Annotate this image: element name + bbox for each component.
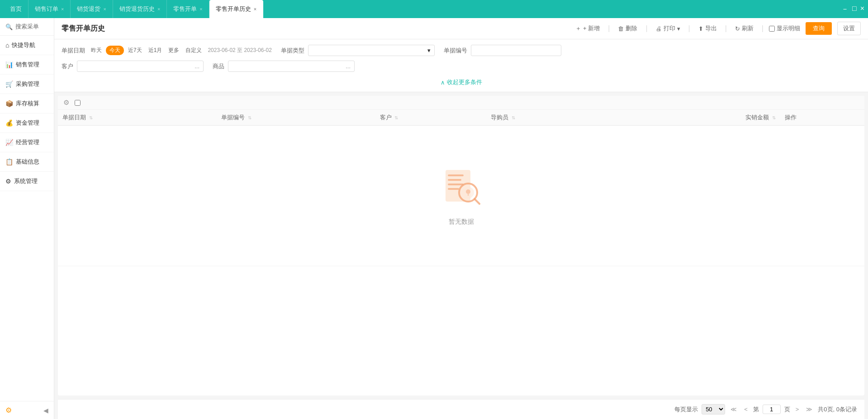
close-tab-sales-return[interactable]: × <box>103 6 106 12</box>
goods-ellipsis-icon[interactable]: ... <box>346 63 351 70</box>
sort-salesperson-icon[interactable]: ⇅ <box>512 115 515 120</box>
window-controls: － □ × <box>841 5 864 14</box>
close-tab-retail-open-history[interactable]: × <box>254 6 256 12</box>
date-btn-more[interactable]: 更多 <box>166 46 181 55</box>
svg-rect-3 <box>448 184 464 185</box>
minimize-button[interactable]: － <box>841 5 849 14</box>
svg-rect-1 <box>448 174 464 176</box>
doc-no-input[interactable] <box>471 45 561 56</box>
system-icon: ⚙ <box>5 178 11 185</box>
tab-bar: 首页 销售订单 × 销货退货 × 销货退货历史 × 零售开单 × 零售开单历史 … <box>4 0 838 18</box>
goods-input[interactable]: ... <box>228 61 355 72</box>
tab-sales-return[interactable]: 销货退货 × <box>71 0 113 18</box>
close-tab-sales-return-history[interactable]: × <box>157 6 160 12</box>
date-btn-7days[interactable]: 近7天 <box>126 46 144 55</box>
print-dropdown-icon[interactable]: ▾ <box>677 25 680 32</box>
date-btn-custom[interactable]: 自定义 <box>183 46 204 55</box>
empty-svg <box>439 165 484 211</box>
sort-date-icon[interactable]: ⇅ <box>89 115 93 120</box>
query-button[interactable]: 查询 <box>806 22 832 35</box>
sidebar-item-inventory[interactable]: 📦 库存核算 <box>0 94 54 113</box>
doc-type-label: 单据类型 <box>281 47 304 55</box>
sidebar-item-finance[interactable]: 💰 资金管理 <box>0 113 54 133</box>
data-table: 单据日期 ⇅ 单据编号 ⇅ 客户 ⇅ 导购员 ⇅ <box>58 110 864 266</box>
sidebar-item-label: 经营管理 <box>16 138 39 146</box>
date-btn-1month[interactable]: 近1月 <box>146 46 165 55</box>
sidebar-item-basic-info[interactable]: 📋 基础信息 <box>0 152 54 172</box>
select-all-checkbox[interactable] <box>75 100 81 106</box>
empty-state-cell: 暂无数据 <box>58 126 864 266</box>
doc-type-filter: 单据类型 ▾ <box>281 45 435 56</box>
search-icon: 🔍 <box>5 24 13 30</box>
top-bar: 首页 销售订单 × 销货退货 × 销货退货历史 × 零售开单 × 零售开单历史 … <box>0 0 868 18</box>
date-btn-yesterday[interactable]: 昨天 <box>89 46 104 55</box>
divider: | <box>608 24 610 33</box>
delete-button[interactable]: 🗑 删除 <box>615 23 640 34</box>
first-page-button[interactable]: ≪ <box>729 405 739 414</box>
sidebar-item-operations[interactable]: 📈 经营管理 <box>0 133 54 152</box>
next-page-button[interactable]: > <box>794 405 801 414</box>
table-wrapper: ⚙ 单据日期 ⇅ 单据编号 ⇅ 客户 <box>58 96 864 395</box>
dropdown-arrow-icon: ▾ <box>427 47 431 54</box>
maximize-button[interactable]: □ <box>852 5 857 14</box>
print-button[interactable]: 🖨 打印 ▾ <box>653 23 683 34</box>
empty-state: 暂无数据 <box>62 129 860 262</box>
date-options: 昨天 今天 近7天 近1月 更多 自定义 <box>89 46 204 55</box>
purchase-icon: 🛒 <box>5 80 13 88</box>
sidebar-item-purchase-mgmt[interactable]: 🛒 采购管理 <box>0 75 54 94</box>
date-label: 单据日期 <box>62 47 85 55</box>
tab-sales-order[interactable]: 销售订单 × <box>28 0 71 18</box>
divider: | <box>762 24 764 33</box>
sidebar-item-label: 销售管理 <box>16 61 39 69</box>
customer-label: 客户 <box>62 62 73 71</box>
content-area: 零售开单历史 ＋ + 新增 | 🗑 删除 | 🖨 打印 ▾ | <box>54 18 868 419</box>
tab-retail-open-history[interactable]: 零售开单历史 × <box>209 0 263 18</box>
divider: | <box>645 24 647 33</box>
export-button[interactable]: ⬆ 导出 <box>696 23 720 34</box>
sidebar-item-label: 库存核算 <box>16 99 39 108</box>
main-layout: 🔍 搜索采单 ⌂ 快捷导航 📊 销售管理 🛒 采购管理 📦 库存核算 💰 资金管… <box>0 18 868 419</box>
divider: | <box>688 24 690 33</box>
refresh-button[interactable]: ↻ 刷新 <box>732 23 756 34</box>
home-icon: ⌂ <box>5 42 9 49</box>
sidebar-item-sales-mgmt[interactable]: 📊 销售管理 <box>0 55 54 75</box>
sidebar-collapse-icon[interactable]: ◀ <box>43 407 48 414</box>
last-page-button[interactable]: ≫ <box>804 405 814 414</box>
tab-retail-open[interactable]: 零售开单 × <box>167 0 209 18</box>
current-page-input[interactable] <box>763 405 781 414</box>
display-detail-checkbox[interactable]: 显示明细 <box>769 24 800 33</box>
table-settings-icon[interactable]: ⚙ <box>63 99 69 107</box>
sidebar-item-quick-nav[interactable]: ⌂ 快捷导航 <box>0 36 54 55</box>
tab-sales-return-history[interactable]: 销货退货历史 × <box>113 0 167 18</box>
svg-point-8 <box>466 189 470 194</box>
table-body: 暂无数据 <box>58 126 864 266</box>
sidebar-search[interactable]: 🔍 搜索采单 <box>0 18 54 36</box>
add-button[interactable]: ＋ + 新增 <box>573 23 602 34</box>
date-btn-today[interactable]: 今天 <box>106 46 124 55</box>
sales-icon: 📊 <box>5 61 13 68</box>
operations-icon: 📈 <box>5 139 13 146</box>
customer-ellipsis-icon[interactable]: ... <box>194 63 199 70</box>
sort-amount-icon[interactable]: ⇅ <box>772 115 776 120</box>
close-tab-retail-open[interactable]: × <box>199 6 202 12</box>
doc-type-select[interactable]: ▾ <box>308 45 435 56</box>
display-detail-input[interactable] <box>769 26 775 32</box>
tab-home[interactable]: 首页 <box>4 0 28 18</box>
sort-customer-icon[interactable]: ⇅ <box>394 115 398 120</box>
date-range-display: 2023-06-02 至 2023-06-02 <box>208 47 271 54</box>
customer-input[interactable]: ... <box>77 61 204 72</box>
svg-rect-4 <box>448 188 459 190</box>
close-button[interactable]: × <box>860 5 864 14</box>
settings-gear-icon[interactable]: ⚙ <box>5 406 12 414</box>
close-tab-sales-order[interactable]: × <box>61 6 64 12</box>
table-header-row: 单据日期 ⇅ 单据编号 ⇅ 客户 ⇅ 导购员 ⇅ <box>58 110 864 126</box>
setting-button[interactable]: 设置 <box>837 22 861 35</box>
page-header: 零售开单历史 ＋ + 新增 | 🗑 删除 | 🖨 打印 ▾ | <box>54 18 868 39</box>
sidebar-item-system[interactable]: ⚙ 系统管理 <box>0 172 54 191</box>
finance-icon: 💰 <box>5 119 13 127</box>
sort-number-icon[interactable]: ⇅ <box>248 115 251 120</box>
filter-row-1: 单据日期 昨天 今天 近7天 近1月 更多 自定义 2023-06-02 至 2… <box>62 45 861 56</box>
prev-page-button[interactable]: < <box>742 405 749 414</box>
collapse-filter-button[interactable]: ∧ 收起更多条件 <box>62 76 861 88</box>
page-size-select[interactable]: 10 20 50 100 <box>702 404 725 414</box>
